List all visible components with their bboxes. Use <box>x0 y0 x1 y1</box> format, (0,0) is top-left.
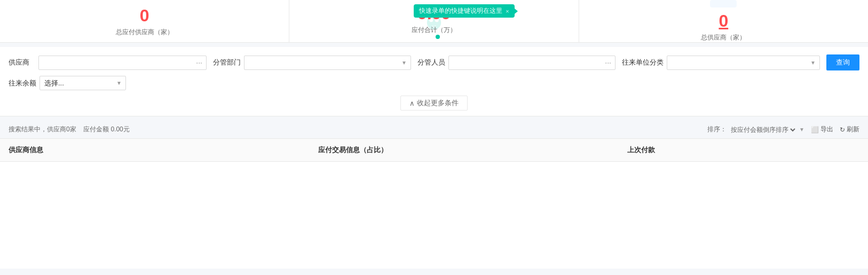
refresh-icon: ↻ <box>840 126 845 133</box>
sort-arrow-icon: ▼ <box>799 127 804 132</box>
sort-label: 排序： <box>707 125 727 134</box>
balance-label: 往来余额 <box>9 78 36 88</box>
result-amount-label: 应付金额 <box>83 125 109 133</box>
filter-supplier: 供应商 ··· <box>9 56 207 70</box>
table-col-transaction: 应付交易信息（占比） <box>318 145 628 155</box>
refresh-label: 刷新 <box>847 125 859 134</box>
department-select[interactable] <box>244 56 411 70</box>
stat-label-payable-total: 应付合计（万） <box>412 26 456 35</box>
balance-select[interactable]: 选择... <box>40 76 126 90</box>
table-header: 供应商信息 应付交易信息（占比） 上次付款 <box>0 139 868 162</box>
result-text-prefix: 搜索结果中，供应商 <box>9 125 66 133</box>
unit-category-select[interactable] <box>667 56 820 70</box>
stats-bar: 0 总应付供应商（家） 0.00 应付合计（万） 快速录单的快捷键说明在这里 ×… <box>0 0 868 43</box>
export-icon: ⬜ <box>811 126 819 133</box>
supplier-input[interactable] <box>38 56 207 70</box>
stat-number-total-suppliers: 0 <box>719 11 728 31</box>
tooltip-bubble: 快速录单的快捷键说明在这里 × <box>414 4 514 18</box>
result-bar: 搜索结果中，供应商0家 应付金额 0.00元 排序： 按应付会额倒序排序 ▼ ⬜… <box>0 121 868 139</box>
tooltip-text: 快速录单的快捷键说明在这里 <box>419 6 502 15</box>
table-area: 供应商信息 应付交易信息（占比） 上次付款 <box>0 139 868 269</box>
filter-unit-category: 往来单位分类 ▼ <box>622 56 820 70</box>
table-empty-state <box>0 162 868 269</box>
stat-label-payable-suppliers: 总应付供应商（家） <box>116 28 173 37</box>
export-btn[interactable]: ⬜ 导出 <box>811 125 833 134</box>
person-dots-btn[interactable]: ··· <box>605 58 611 67</box>
result-amount-value: 0.00元 <box>111 125 129 133</box>
supplier-dots-btn[interactable]: ··· <box>196 58 202 67</box>
result-supplier-unit: 家 <box>70 125 76 133</box>
filter-person: 分管人员 ··· <box>417 56 616 70</box>
stat-icon-box <box>710 0 737 7</box>
stat-number-payable-suppliers: 0 <box>140 5 149 26</box>
table-col-last-payment: 上次付款 <box>627 145 859 155</box>
table-col-supplier: 供应商信息 <box>9 145 318 155</box>
stat-total-suppliers: 0 总供应商（家） <box>579 0 868 42</box>
filter-area: 供应商 ··· 分管部门 ▼ 分管人员 ··· <box>0 47 868 116</box>
collapse-icon: ∧ <box>409 99 415 107</box>
collapse-row: ∧ 收起更多条件 <box>9 96 859 111</box>
sort-select[interactable]: 按应付会额倒序排序 <box>729 125 797 134</box>
refresh-btn[interactable]: ↻ 刷新 <box>840 125 859 134</box>
stat-label-total-suppliers: 总供应商（家） <box>701 33 746 42</box>
person-input-wrapper: ··· <box>448 56 616 70</box>
department-select-wrapper: ▼ <box>244 56 411 70</box>
collapse-label: 收起更多条件 <box>417 98 459 108</box>
supplier-label: 供应商 <box>9 58 35 67</box>
unit-category-label: 往来单位分类 <box>622 58 664 67</box>
filter-row-1: 供应商 ··· 分管部门 ▼ 分管人员 ··· <box>9 54 859 70</box>
result-summary: 搜索结果中，供应商0家 应付金额 0.00元 <box>9 125 130 134</box>
sort-wrapper: 排序： 按应付会额倒序排序 ▼ <box>707 125 804 134</box>
tooltip-close-btn[interactable]: × <box>506 8 509 14</box>
result-actions: 排序： 按应付会额倒序排序 ▼ ⬜ 导出 ↻ 刷新 <box>707 125 859 134</box>
supplier-input-wrapper: ··· <box>38 56 207 70</box>
filter-balance: 往来余额 选择... ▼ <box>9 76 126 90</box>
query-button[interactable]: 查询 <box>826 54 859 70</box>
department-label: 分管部门 <box>213 58 241 67</box>
stat-payable-total: 0.00 应付合计（万） 快速录单的快捷键说明在这里 × <box>289 0 579 42</box>
collapse-btn[interactable]: ∧ 收起更多条件 <box>400 96 468 111</box>
filter-department: 分管部门 ▼ <box>213 56 411 70</box>
unit-category-select-wrapper: ▼ <box>667 56 820 70</box>
balance-select-wrapper: 选择... ▼ <box>40 76 126 90</box>
person-label: 分管人员 <box>417 58 445 67</box>
tooltip-dot <box>436 35 440 39</box>
result-supplier-count: 0 <box>66 125 70 133</box>
person-input[interactable] <box>448 56 616 70</box>
stat-total-payable-suppliers: 0 总应付供应商（家） <box>0 0 289 42</box>
filter-row-2: 往来余额 选择... ▼ <box>9 76 859 90</box>
export-label: 导出 <box>820 125 833 134</box>
